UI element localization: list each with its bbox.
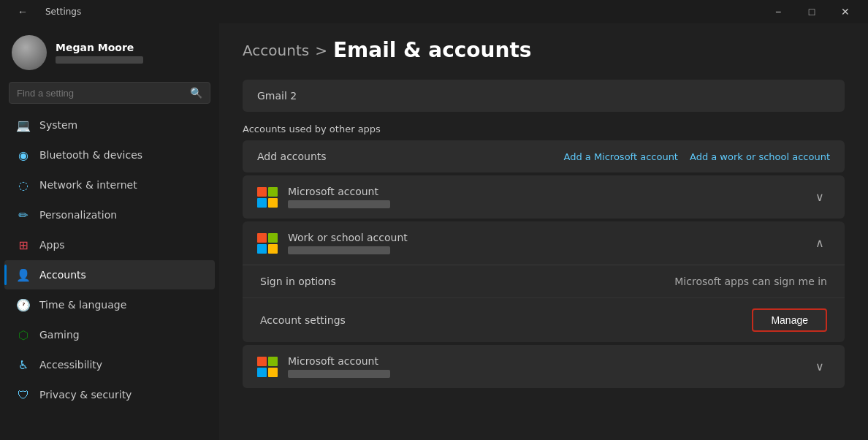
user-info: Megan Moore [56, 42, 143, 64]
sidebar-item-bluetooth[interactable]: ◉Bluetooth & devices [4, 140, 215, 170]
account-settings-label: Account settings [260, 314, 346, 326]
app-layout: Megan Moore 🔍 💻System◉Bluetooth & device… [0, 23, 868, 440]
account-row-microsoft1: Microsoft account ∨ [243, 175, 845, 219]
account-work-info: Work or school account [288, 232, 408, 254]
account-row-left-2: Microsoft account [257, 355, 390, 378]
ms-logo-2 [257, 357, 278, 377]
add-accounts-label: Add accounts [257, 151, 327, 162]
account-work-name-bar [288, 246, 390, 254]
maximize-button[interactable]: □ [795, 0, 829, 23]
sidebar-item-label-personalization: Personalization [39, 209, 117, 221]
sidebar-item-personalization[interactable]: ✏Personalization [4, 200, 215, 230]
account-expanded-options: Sign in options Microsoft apps can sign … [243, 265, 845, 342]
main-content: Accounts > Email & accounts Gmail 2 Acco… [219, 23, 868, 440]
breadcrumb-parent: Accounts [243, 42, 309, 59]
nav-list: 💻System◉Bluetooth & devices◌Network & in… [0, 110, 219, 410]
account-info-2: Microsoft account [288, 355, 390, 378]
account-label-1: Microsoft account [288, 186, 390, 197]
network-icon: ◌ [16, 178, 31, 192]
search-input[interactable] [17, 88, 184, 99]
gaming-icon: ⬡ [16, 327, 31, 342]
bluetooth-icon: ◉ [16, 148, 31, 162]
ms-logo-work [257, 233, 278, 254]
search-box[interactable]: 🔍 [9, 82, 210, 104]
sidebar-item-label-system: System [39, 119, 77, 131]
titlebar-controls: − □ ✕ [761, 0, 862, 23]
user-profile: Megan Moore [0, 23, 219, 79]
privacy-icon: 🛡 [16, 387, 31, 402]
minimize-button[interactable]: − [761, 0, 795, 23]
add-accounts-links: Add a Microsoft account Add a work or sc… [563, 151, 830, 162]
sidebar-item-label-gaming: Gaming [39, 329, 80, 341]
user-email-bar [56, 56, 143, 64]
sidebar-item-label-network: Network & internet [39, 179, 137, 191]
account-row-microsoft2: Microsoft account ∨ [243, 345, 845, 388]
sidebar: Megan Moore 🔍 💻System◉Bluetooth & device… [0, 23, 219, 440]
accessibility-icon: ♿ [16, 357, 31, 372]
chevron-up-icon-work[interactable]: ∧ [810, 233, 830, 253]
account-name-bar-2 [288, 370, 390, 378]
sidebar-item-label-bluetooth: Bluetooth & devices [39, 149, 142, 161]
account-settings-row: Account settings Manage [243, 298, 845, 342]
account-row-left: Microsoft account [257, 186, 390, 208]
chevron-down-icon-2[interactable]: ∨ [810, 357, 830, 376]
time-icon: 🕐 [16, 297, 31, 312]
ms-logo-1 [257, 187, 278, 208]
sidebar-item-system[interactable]: 💻System [4, 110, 215, 140]
sidebar-item-gaming[interactable]: ⬡Gaming [4, 320, 215, 349]
account-work-left: Work or school account [257, 232, 408, 254]
breadcrumb-current: Email & accounts [333, 38, 532, 62]
sidebar-item-accessibility[interactable]: ♿Accessibility [4, 350, 215, 379]
system-icon: 💻 [16, 118, 31, 132]
account-info-1: Microsoft account [288, 186, 390, 208]
personalization-icon: ✏ [16, 208, 31, 222]
titlebar-left: ← Settings [6, 0, 81, 23]
back-button[interactable]: ← [6, 0, 39, 23]
avatar [12, 35, 47, 70]
add-microsoft-link[interactable]: Add a Microsoft account [563, 151, 677, 162]
add-work-link[interactable]: Add a work or school account [690, 151, 830, 162]
account-work-label: Work or school account [288, 232, 408, 243]
search-icon: 🔍 [190, 87, 202, 99]
titlebar: ← Settings − □ ✕ [0, 0, 868, 23]
sidebar-item-label-time: Time & language [39, 299, 126, 311]
sign-in-options-label: Sign in options [260, 276, 336, 287]
sidebar-item-privacy[interactable]: 🛡Privacy & security [4, 380, 215, 409]
gmail-label: Gmail 2 [257, 90, 297, 102]
account-row-work: Work or school account ∧ Sign in options… [243, 221, 845, 342]
account-expanded-header: Work or school account ∧ [243, 221, 845, 265]
sidebar-item-network[interactable]: ◌Network & internet [4, 170, 215, 200]
sidebar-item-label-accounts: Accounts [39, 269, 86, 281]
sidebar-item-accounts[interactable]: 👤Accounts [4, 260, 215, 289]
sidebar-item-label-apps: Apps [39, 239, 65, 251]
breadcrumb-separator: > [315, 42, 327, 59]
manage-button[interactable]: Manage [752, 308, 827, 332]
apps-icon: ⊞ [16, 238, 31, 252]
sidebar-item-label-accessibility: Accessibility [39, 359, 102, 371]
page-header: Accounts > Email & accounts [243, 38, 845, 62]
accounts-icon: 👤 [16, 268, 31, 282]
sidebar-item-label-privacy: Privacy & security [39, 389, 132, 401]
sign-in-options-value: Microsoft apps can sign me in [674, 276, 827, 287]
sign-in-options-row: Sign in options Microsoft apps can sign … [243, 265, 845, 298]
close-button[interactable]: ✕ [829, 0, 862, 23]
chevron-down-icon-1[interactable]: ∨ [810, 187, 830, 207]
account-label-2: Microsoft account [288, 355, 390, 367]
sidebar-item-apps[interactable]: ⊞Apps [4, 230, 215, 259]
sidebar-item-time[interactable]: 🕐Time & language [4, 290, 215, 319]
gmail-bar: Gmail 2 [243, 80, 845, 112]
section-title: Accounts used by other apps [243, 115, 845, 140]
account-name-bar-1 [288, 200, 390, 208]
add-accounts-row: Add accounts Add a Microsoft account Add… [243, 140, 845, 172]
titlebar-title: Settings [45, 7, 81, 17]
user-name: Megan Moore [56, 42, 143, 53]
